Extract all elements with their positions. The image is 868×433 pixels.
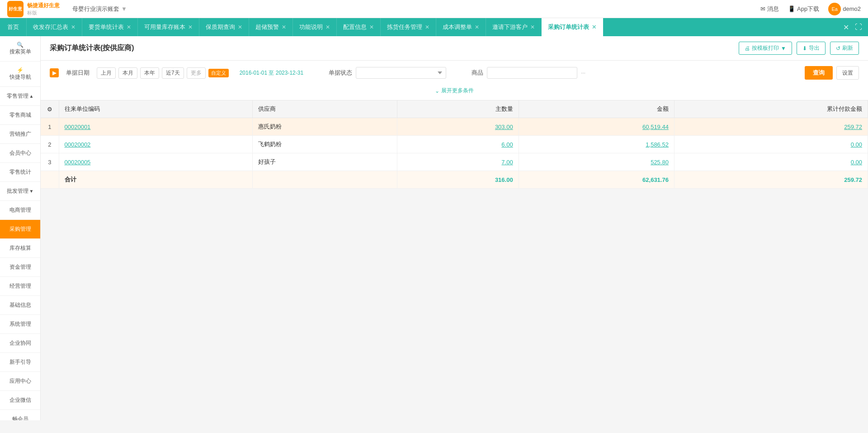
code-link[interactable]: 00020002: [65, 141, 91, 148]
app-download-btn[interactable]: 📱 App下载: [788, 5, 819, 13]
sidebar-item-retail[interactable]: 零售管理 ▲: [0, 87, 40, 106]
search-icon: 🔍: [3, 42, 38, 48]
close-tab-yqxy[interactable]: ✕: [530, 24, 535, 30]
last-month-btn[interactable]: 上月: [97, 67, 116, 79]
sidebar-item-basic[interactable]: 基础信息: [0, 296, 40, 315]
col-settings[interactable]: ⚙: [41, 100, 59, 118]
tab-yqxy[interactable]: 邀请下游客户 ✕: [486, 18, 542, 36]
data-table: ⚙ 往来单位编码 供应商 主数量 金额 累计付款金额 1 00020001 惠氏…: [41, 100, 868, 189]
sidebar-item-vip[interactable]: 畅会员: [0, 410, 40, 420]
quicknav-icon: ⚡: [3, 67, 38, 73]
goods-ellipsis[interactable]: ···: [581, 70, 585, 76]
close-tab-ccyj[interactable]: ✕: [282, 24, 286, 30]
query-button[interactable]: 查询: [805, 66, 833, 80]
tab-label: 保质期查询: [206, 23, 235, 31]
row-code: 00020005: [59, 153, 252, 171]
sidebar-item-enterprise[interactable]: 企业协同: [0, 334, 40, 353]
row-paid: 0.00: [674, 153, 868, 171]
table-row: 3 00020005 好孩子 7.00 525.80 0.00: [41, 153, 868, 171]
sidebar-item-member[interactable]: 会员中心: [0, 144, 40, 163]
tab-ccyj[interactable]: 超储预警 ✕: [249, 18, 293, 36]
sidebar-item-purchase[interactable]: 采购管理: [0, 220, 40, 239]
sidebar-item-wholesale[interactable]: 批发管理 ▼: [0, 182, 40, 201]
account-dropdown-icon[interactable]: ▼: [121, 5, 127, 12]
user-area[interactable]: Ea demo2: [828, 3, 861, 15]
7days-btn[interactable]: 近7天: [162, 67, 184, 79]
sidebar-item-system[interactable]: 系统管理: [0, 315, 40, 334]
tab-home[interactable]: 首页: [0, 18, 27, 36]
this-year-btn[interactable]: 本年: [140, 67, 159, 79]
sidebar-label: 零售统计: [3, 168, 38, 176]
account-selector[interactable]: 母婴行业演示账套 ▼: [72, 5, 127, 13]
template-print-button[interactable]: 🖨 按模板打印 ▼: [739, 42, 792, 55]
sidebar-item-operation[interactable]: 经营管理: [0, 277, 40, 296]
tab-label: 要货单统计表: [89, 23, 124, 31]
chevron-down-icon: ▼: [29, 189, 34, 194]
this-month-btn[interactable]: 本月: [118, 67, 137, 79]
refresh-button[interactable]: ↺ 刷新: [830, 42, 859, 55]
sidebar-item-search[interactable]: 🔍 搜索英单: [0, 36, 40, 62]
refresh-icon: ↺: [836, 45, 840, 52]
sidebar-label: 企业微信: [3, 396, 38, 404]
sidebar-item-newbie[interactable]: 新手引导: [0, 353, 40, 372]
close-tab-cgdtjb[interactable]: ✕: [592, 24, 596, 30]
date-range-display: 2016-01-01 至 2023-12-31: [240, 69, 303, 77]
logo-text: 畅捷通好生意: [27, 2, 60, 10]
tab-label: 拣货任务管理: [387, 23, 422, 31]
close-tab-phzwgl[interactable]: ✕: [425, 24, 429, 30]
code-link[interactable]: 00020001: [65, 124, 91, 130]
sidebar-item-retail-stat[interactable]: 零售统计: [0, 163, 40, 182]
goods-input[interactable]: [487, 67, 577, 79]
row-qty: 7.00: [397, 153, 519, 171]
tab-kyldkcz[interactable]: 可用量库存账本 ✕: [138, 18, 199, 36]
sidebar-label: 系统管理: [3, 320, 38, 328]
tab-ygdtjb[interactable]: 要货单统计表 ✕: [82, 18, 138, 36]
status-select[interactable]: [356, 67, 446, 79]
code-link[interactable]: 00020005: [65, 159, 91, 166]
sidebar-item-inventory[interactable]: 库存核算: [0, 239, 40, 258]
row-number: 2: [41, 136, 59, 153]
sidebar-item-ecommerce[interactable]: 电商管理: [0, 201, 40, 220]
sidebar-item-wechat[interactable]: 企业微信: [0, 391, 40, 410]
close-tab-kyldkcz[interactable]: ✕: [188, 24, 193, 30]
tab-phzwgl[interactable]: 拣货任务管理 ✕: [381, 18, 436, 36]
maximize-window-btn[interactable]: ⛶: [854, 22, 863, 32]
close-tab-pzxx[interactable]: ✕: [369, 24, 374, 30]
print-icon: 🖨: [745, 45, 750, 52]
print-dropdown-icon: ▼: [781, 45, 786, 52]
sidebar-label: 应用中心: [3, 377, 38, 385]
sidebar-item-retail-shop[interactable]: 零售商城: [0, 106, 40, 125]
col-paid: 累计付款金额: [674, 100, 868, 118]
close-tab-ygdtjb[interactable]: ✕: [127, 24, 131, 30]
close-tab-gnms[interactable]: ✕: [326, 24, 330, 30]
top-right-area: ✉ 消息 📱 App下载 Ea demo2: [760, 3, 861, 15]
sidebar-item-appstore[interactable]: 应用中心: [0, 372, 40, 391]
close-tab-cbtz[interactable]: ✕: [475, 24, 479, 30]
tab-gnms[interactable]: 功能说明 ✕: [293, 18, 337, 36]
sidebar-item-marketing[interactable]: 营销推广: [0, 125, 40, 144]
message-btn[interactable]: ✉ 消息: [760, 5, 779, 13]
export-button[interactable]: ⬇ 导出: [797, 42, 826, 55]
tab-cbtz[interactable]: 成本调整单 ✕: [436, 18, 486, 36]
footer-empty1: [41, 171, 59, 189]
export-icon: ⬇: [802, 45, 807, 52]
filter-toggle-btn[interactable]: ▶: [50, 68, 59, 77]
logo-area: 好生意 畅捷通好生意 标版 母婴行业演示账套 ▼: [7, 1, 127, 17]
tab-cgdtjb[interactable]: 采购订单统计表 ✕: [542, 18, 603, 36]
sidebar-label: 资金管理: [3, 263, 38, 271]
sidebar-item-finance[interactable]: 资金管理: [0, 258, 40, 277]
filter-row-1: ▶ 单据日期 上月 本月 本年 近7天 更多 自定义 2016-01-01 至 …: [50, 66, 859, 80]
sidebar-label: 快捷导航: [3, 73, 38, 81]
gear-icon[interactable]: ⚙: [47, 106, 52, 113]
more-date-btn[interactable]: 更多: [187, 67, 206, 79]
expand-more-btn[interactable]: ⌄ 展开更多条件: [427, 87, 481, 95]
tab-shdfhz[interactable]: 收发存汇总表 ✕: [27, 18, 82, 36]
close-tab-bqxcx[interactable]: ✕: [238, 24, 242, 30]
tab-pzxx[interactable]: 配置信息 ✕: [337, 18, 381, 36]
sidebar-item-quicknav[interactable]: ⚡ 快捷导航: [0, 62, 40, 87]
settings-button[interactable]: 设置: [836, 66, 859, 80]
close-tab-shdfhz[interactable]: ✕: [71, 24, 75, 30]
account-name: 母婴行业演示账套: [72, 5, 119, 13]
close-window-btn[interactable]: ✕: [841, 22, 851, 32]
tab-bqxcx[interactable]: 保质期查询 ✕: [199, 18, 249, 36]
